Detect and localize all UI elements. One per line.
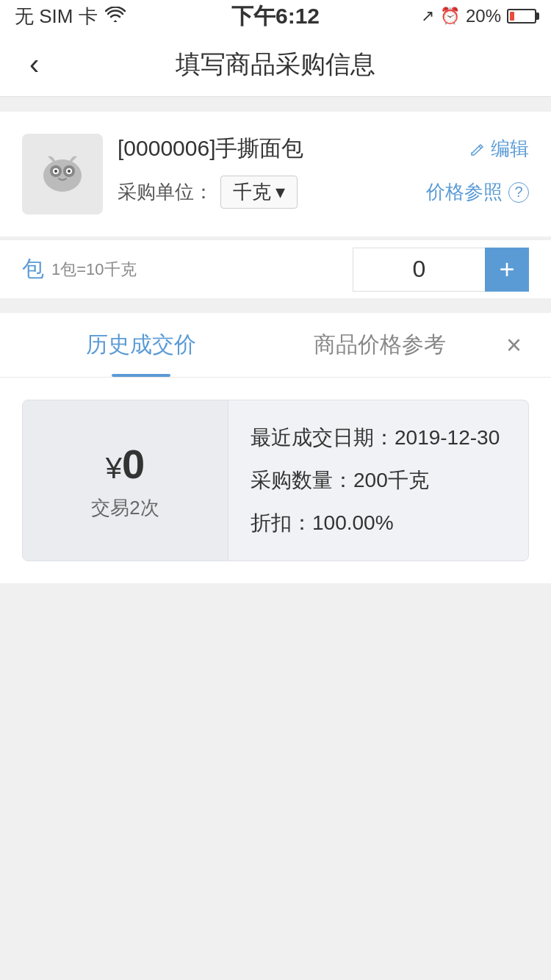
product-full-name: [0000006]手撕面包 (118, 134, 303, 164)
history-price-left: ¥0 交易2次 (23, 400, 228, 561)
pkg-unit-note: 1包=10千克 (51, 259, 137, 281)
quantity-section: 包 1包=10千克 + (0, 239, 551, 298)
bottom-space (0, 583, 551, 877)
purchase-qty-row: 采购数量：200千克 (251, 465, 506, 496)
nav-bar: ‹ 填写商品采购信息 (0, 32, 551, 97)
unit-label: 采购单位： 千克 ▾ (118, 176, 298, 209)
wifi-icon (105, 5, 126, 28)
battery-icon (507, 9, 536, 24)
price-ref-button[interactable]: 价格参照 ? (426, 179, 529, 205)
alarm-icon: ⏰ (440, 7, 460, 26)
product-thumbnail (22, 134, 103, 215)
status-carrier: 无 SIM 卡 (15, 4, 126, 29)
tab-price-reference[interactable]: 商品价格参考 (260, 313, 498, 377)
page-title: 填写商品采购信息 (176, 48, 375, 82)
help-icon: ? (508, 182, 529, 203)
battery-percent: 20% (466, 6, 501, 26)
dropdown-arrow-icon: ▾ (276, 181, 285, 203)
recent-date-row: 最近成交日期：2019-12-30 (251, 422, 506, 453)
history-card: ¥0 交易2次 最近成交日期：2019-12-30 采购数量：200千克 折扣：… (22, 400, 529, 561)
tab-header: 历史成交价 商品价格参考 × (0, 313, 551, 378)
svg-point-6 (68, 170, 71, 173)
discount-row: 折扣：100.00% (251, 508, 506, 538)
pkg-label: 包 (22, 254, 44, 284)
price-symbol: ¥ (106, 452, 122, 484)
product-unit-row: 采购单位： 千克 ▾ 价格参照 ? (118, 176, 529, 209)
tab-history-price[interactable]: 历史成交价 (22, 313, 260, 377)
carrier-text: 无 SIM 卡 (15, 4, 98, 29)
quantity-plus-button[interactable]: + (485, 248, 529, 292)
status-time: 下午6:12 (231, 1, 320, 32)
product-section: [0000006]手撕面包 编辑 采购单位： 千克 ▾ (0, 112, 551, 237)
tab-close-button[interactable]: × (499, 323, 529, 368)
tab-content: ¥0 交易2次 最近成交日期：2019-12-30 采购数量：200千克 折扣：… (0, 378, 551, 583)
quantity-controls: + (353, 248, 529, 292)
location-icon: ↗ (421, 7, 434, 26)
transaction-count: 交易2次 (91, 495, 159, 521)
tab-panel: 历史成交价 商品价格参考 × ¥0 交易2次 最近成交日期：2019-12-30… (0, 313, 551, 583)
quantity-input[interactable] (353, 248, 485, 292)
history-price-value: ¥0 (106, 440, 145, 488)
back-button[interactable]: ‹ (22, 40, 46, 88)
product-header: [0000006]手撕面包 编辑 采购单位： 千克 ▾ (22, 134, 529, 215)
history-price-right: 最近成交日期：2019-12-30 采购数量：200千克 折扣：100.00% (228, 400, 528, 561)
svg-point-0 (43, 159, 82, 192)
unit-dropdown[interactable]: 千克 ▾ (220, 176, 298, 209)
svg-point-5 (54, 170, 57, 173)
product-name-row: [0000006]手撕面包 编辑 (118, 134, 529, 164)
status-bar: 无 SIM 卡 下午6:12 ↗ ⏰ 20% (0, 0, 551, 32)
product-info: [0000006]手撕面包 编辑 采购单位： 千克 ▾ (118, 134, 529, 209)
edit-button[interactable]: 编辑 (470, 136, 529, 162)
quantity-label: 包 1包=10千克 (22, 254, 137, 284)
status-right: ↗ ⏰ 20% (421, 6, 536, 26)
